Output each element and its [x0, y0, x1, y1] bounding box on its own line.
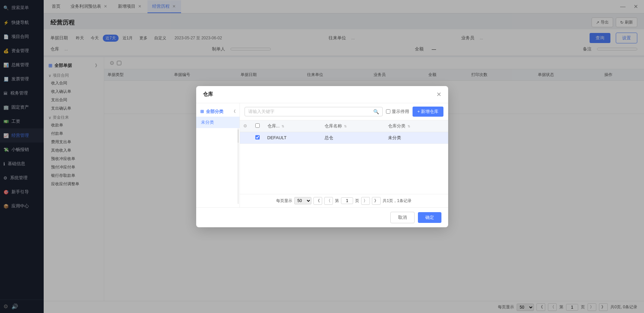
modal-page-unit: 页: [355, 198, 359, 204]
modal-sidebar-uncategorized[interactable]: 未分类: [196, 117, 240, 128]
modal-title: 仓库: [203, 91, 213, 97]
grid-icon-modal: ⊞: [200, 109, 204, 114]
modal-sidebar: ⊞ 全部分类 《 未分类: [196, 103, 240, 207]
show-disabled-checkbox[interactable]: [386, 109, 390, 114]
modal-page-label: 第: [335, 198, 339, 204]
modal-prev-page[interactable]: 〈: [324, 197, 333, 205]
modal-footer-actions: 取消 确定: [196, 207, 448, 227]
modal-header: 仓库 ✕: [196, 86, 448, 103]
modal-next-page[interactable]: 〉: [361, 197, 370, 205]
modal-select-all[interactable]: [255, 123, 260, 128]
modal-overlay: 仓库 ✕ ⊞ 全部分类 《 未分类: [0, 0, 644, 313]
modal-col-settings: ⚙: [240, 120, 252, 132]
modal-first-page[interactable]: 《: [313, 197, 322, 205]
modal-content: 🔍 显示停用 + 新增仓库 ⚙: [240, 103, 448, 207]
modal-col-category[interactable]: 仓库分类 ⇅: [385, 120, 448, 132]
show-disabled-label[interactable]: 显示停用: [386, 109, 409, 115]
modal-body: ⊞ 全部分类 《 未分类: [196, 103, 448, 207]
modal-search-box[interactable]: 🔍: [245, 107, 383, 116]
modal-sidebar-all-label: 全部分类: [206, 109, 223, 115]
modal-table-area: ⚙ 仓库... ⇅ 仓库名称: [240, 120, 448, 194]
modal-col-code[interactable]: 仓库... ⇅: [264, 120, 321, 132]
modal-search-input[interactable]: [248, 109, 374, 114]
sort-icon-name: ⇅: [344, 124, 347, 128]
modal-pagination: 每页显示 50 100 《 〈 第 页 〉 》 共1页，1条记录: [240, 194, 448, 207]
modal-col-name[interactable]: 仓库名称 ⇅: [321, 120, 385, 132]
sort-icon-category: ⇅: [407, 124, 410, 128]
warehouse-modal: 仓库 ✕ ⊞ 全部分类 《 未分类: [196, 86, 448, 227]
row-checkbox[interactable]: [255, 135, 260, 140]
modal-col-check: [252, 120, 264, 132]
table-row[interactable]: DEFAULT 总仓 未分类: [240, 132, 448, 144]
settings-icon-th[interactable]: ⚙: [243, 123, 247, 128]
collapse-icon-modal[interactable]: 《: [232, 109, 235, 114]
modal-toolbar: 🔍 显示停用 + 新增仓库: [240, 103, 448, 120]
modal-close-button[interactable]: ✕: [436, 91, 441, 98]
row-cell-check: [252, 132, 264, 144]
modal-page-input[interactable]: [341, 197, 353, 204]
modal-total-text: 共1页，1条记录: [383, 198, 411, 204]
row-cell-code: DEFAULT: [264, 132, 321, 144]
sort-icon-code: ⇅: [282, 124, 284, 128]
modal-sidebar-all[interactable]: ⊞ 全部分类 《: [196, 107, 240, 117]
modal-search-icon[interactable]: 🔍: [373, 109, 379, 114]
modal-per-page-select[interactable]: 50 100: [294, 197, 311, 204]
row-cell-name: 总仓: [321, 132, 385, 144]
cancel-button[interactable]: 取消: [390, 212, 415, 223]
modal-last-page[interactable]: 》: [372, 197, 381, 205]
modal-table: ⚙ 仓库... ⇅ 仓库名称: [240, 120, 448, 144]
modal-per-page-label: 每页显示: [276, 198, 292, 204]
row-cell-settings: [240, 132, 252, 144]
confirm-button[interactable]: 确定: [418, 212, 441, 223]
row-cell-category: 未分类: [385, 132, 448, 144]
add-warehouse-button[interactable]: + 新增仓库: [413, 107, 443, 117]
